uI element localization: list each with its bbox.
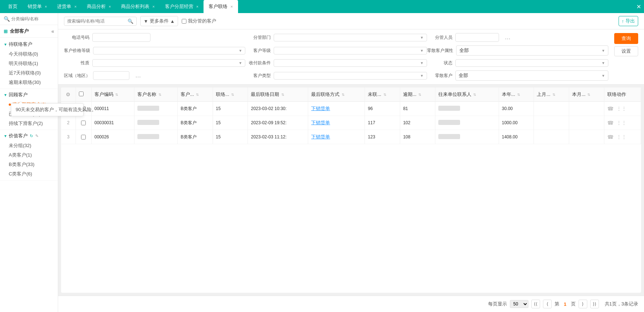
- query-button[interactable]: 查询: [614, 33, 638, 44]
- filter-select-payment[interactable]: ▼: [274, 59, 427, 67]
- tab-close-product-analysis[interactable]: ×: [109, 4, 111, 9]
- sidebar-item-today-pending[interactable]: 今天待联络(0): [0, 49, 58, 59]
- filter-select-price-level[interactable]: ▼: [93, 47, 245, 54]
- sidebar-item-declining[interactable]: 持续下滑客户(2): [0, 119, 58, 128]
- filter-input-region[interactable]: [93, 71, 129, 80]
- sort-icon-unit-contact[interactable]: ⇅: [473, 93, 476, 97]
- column-settings-icon[interactable]: ⚙: [66, 92, 71, 97]
- chevron-up-icon: ▲: [170, 19, 175, 24]
- more-conditions-button[interactable]: ▼ 更多条件 ▲: [140, 16, 178, 26]
- tab-close-customer-stratification[interactable]: ×: [196, 4, 198, 9]
- filter-input-phone[interactable]: [92, 33, 150, 42]
- grid-icon: ⊞: [4, 29, 8, 34]
- action-icons-2: ☎ ⋮⋮: [607, 120, 638, 126]
- settings-button[interactable]: 设置: [614, 46, 638, 56]
- my-customers-checkbox-label[interactable]: 我分管的客户: [182, 18, 216, 24]
- filter-select-status[interactable]: ▼: [455, 59, 608, 67]
- filter-select-zero-attr[interactable]: 全部 ▼: [456, 45, 608, 56]
- page-first-btn[interactable]: ⟨⟨: [531, 300, 540, 308]
- sidebar-collapse-button[interactable]: «: [51, 28, 54, 34]
- last-method-link-2[interactable]: 下销货单: [311, 120, 330, 125]
- filter-select-dept[interactable]: ▼: [274, 34, 427, 41]
- sidebar-item-tomorrow-pending[interactable]: 明天待联络(1): [0, 59, 58, 68]
- tab-product-analysis-list[interactable]: 商品分析列表 ×: [116, 0, 160, 13]
- sort-icon-last-contact-date[interactable]: ⇅: [281, 93, 284, 97]
- sort-icon-last-month[interactable]: ⇅: [552, 93, 555, 97]
- filter-label-customer-type: 客户类型: [245, 73, 271, 79]
- page-next-btn[interactable]: ⟩: [579, 300, 587, 308]
- sort-icon-this-year[interactable]: ⇅: [517, 93, 520, 97]
- filter-select-nature[interactable]: ▼: [92, 59, 245, 67]
- th-this-year: 本年... ⇅: [499, 88, 534, 102]
- search-input[interactable]: [67, 19, 125, 24]
- window-close-button[interactable]: ✕: [636, 3, 641, 10]
- sidebar-section-title-value[interactable]: ▼ 价值客户 ↻ ✎: [0, 131, 58, 141]
- th-code: 客户编码 ⇅: [91, 88, 134, 102]
- th-unit-contact: 往来单位联系人 ⇅: [435, 88, 499, 102]
- td-this-month-3: [569, 130, 604, 144]
- sidebar-item-unclassified[interactable]: 未分组(32): [0, 141, 58, 150]
- value-refresh-icon[interactable]: ↻: [30, 134, 33, 138]
- contact-action-icon-1[interactable]: ☎: [607, 106, 613, 112]
- last-method-link-3[interactable]: 下销货单: [311, 134, 330, 139]
- page-last-btn[interactable]: ⟩⟩: [590, 300, 599, 308]
- td-unit-contact-1: [435, 102, 499, 116]
- contact-action-icon-3[interactable]: ☎: [607, 134, 613, 140]
- contact-action-icon-2[interactable]: ☎: [607, 120, 613, 126]
- tab-close-customer-contact[interactable]: ×: [230, 4, 233, 9]
- last-method-link-1[interactable]: 下销货单: [311, 106, 330, 111]
- sort-icon-type[interactable]: ⇅: [196, 93, 199, 97]
- sidebar-item-7days-pending[interactable]: 近7天待联络(0): [0, 68, 58, 78]
- tab-purchase-order[interactable]: 进货单 ×: [52, 0, 81, 13]
- more-action-icon-2[interactable]: ⋮⋮: [616, 120, 627, 126]
- table-row: 3 000026 B类客户 15 2023-02-03 11:12: 下销货单: [61, 130, 641, 144]
- per-page-select[interactable]: 50 100 200: [510, 300, 528, 308]
- filter-select-customer-type[interactable]: ▼: [274, 72, 427, 80]
- sort-icon-name[interactable]: ⇅: [158, 93, 161, 97]
- sort-icon-this-month[interactable]: ⇅: [587, 93, 590, 97]
- export-button[interactable]: ↑ 导出: [619, 16, 639, 26]
- more-btn-region[interactable]: …: [132, 72, 144, 79]
- more-btn-manager[interactable]: …: [502, 34, 514, 41]
- sidebar-item-class-b[interactable]: B类客户(33): [0, 160, 58, 169]
- select-all-checkbox[interactable]: [79, 92, 84, 96]
- sidebar-section-title-review[interactable]: ▼ 回顾客户: [0, 90, 58, 100]
- tab-close-sales-order[interactable]: ×: [45, 4, 47, 9]
- tab-close-product-analysis-list[interactable]: ×: [152, 4, 154, 9]
- tab-homepage[interactable]: 首页: [3, 0, 23, 13]
- sidebar-item-overdue-pending[interactable]: 逾期未联络(30): [0, 78, 58, 87]
- row-checkbox-3[interactable]: [81, 135, 86, 139]
- more-action-icon-3[interactable]: ⋮⋮: [616, 134, 627, 140]
- chevron-down-icon-status: ▼: [601, 61, 605, 65]
- my-customers-checkbox[interactable]: [182, 19, 186, 24]
- blurred-name-2: [137, 120, 159, 125]
- filter-actions: 查询 设置: [614, 33, 638, 81]
- tab-sales-order[interactable]: 销货单 ×: [23, 0, 52, 13]
- value-edit-icon[interactable]: ✎: [35, 134, 39, 138]
- filter-label-region: 区域（地区）: [64, 73, 90, 79]
- sort-icon-overdue[interactable]: ⇅: [418, 93, 421, 97]
- tab-customer-contact[interactable]: 客户联络 ×: [204, 0, 238, 13]
- filter-input-manager[interactable]: [455, 33, 499, 42]
- sort-icon-contact[interactable]: ⇅: [231, 93, 234, 97]
- sidebar-section-pending: ▼ 待联络客户 今天待联络(0) 明天待联络(1) 近7天待联络(0) 逾期未联…: [0, 39, 58, 89]
- sort-icon-last-contact-method[interactable]: ⇅: [342, 93, 345, 97]
- sidebar-item-class-a[interactable]: A类客户(1): [0, 150, 58, 160]
- more-action-icon-1[interactable]: ⋮⋮: [616, 106, 627, 112]
- sidebar-section-title-pending[interactable]: ▼ 待联络客户: [0, 39, 58, 49]
- td-name-2: [134, 116, 178, 130]
- page-label: 第: [555, 301, 559, 307]
- tab-close-purchase-order[interactable]: ×: [74, 4, 76, 9]
- search-button-icon[interactable]: 🔍: [128, 19, 133, 24]
- tab-customer-stratification[interactable]: 客户分层经营 ×: [160, 0, 204, 13]
- sidebar-item-class-c[interactable]: C类客户(6): [0, 169, 58, 179]
- row-checkbox-2[interactable]: [81, 121, 86, 125]
- td-this-year-2: 1000.00: [499, 116, 534, 130]
- tab-product-analysis[interactable]: 商品分析 ×: [82, 0, 116, 13]
- page-prev-btn[interactable]: ⟨: [543, 300, 552, 308]
- filter-select-customer-level[interactable]: ▼: [274, 47, 427, 54]
- sort-icon-code[interactable]: ⇅: [115, 93, 118, 97]
- sort-icon-not-contacted[interactable]: ⇅: [383, 93, 386, 97]
- sidebar-search-input[interactable]: [11, 16, 66, 21]
- filter-select-zero-customer[interactable]: 全部 ▼: [455, 70, 608, 81]
